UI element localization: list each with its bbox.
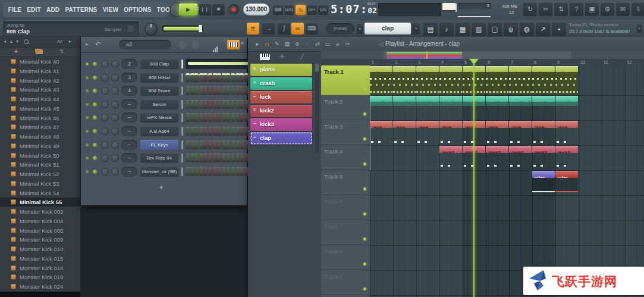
step-cell[interactable] [213, 86, 217, 95]
step-cell[interactable] [217, 113, 221, 122]
step-cell[interactable] [240, 127, 244, 136]
pan-knob[interactable] [101, 101, 109, 108]
mixer-icon[interactable]: ▥ [472, 22, 486, 36]
mixer-target-box[interactable]: -- [121, 126, 137, 136]
browser-item[interactable]: Minimal Kick 46 [0, 114, 80, 123]
channel-mini-slider[interactable] [181, 73, 183, 82]
channel-mute-led-icon[interactable] [93, 62, 97, 66]
browser-item[interactable]: Monster Kick 004 [0, 217, 80, 226]
plugin-icon[interactable]: ⚙ [601, 2, 614, 16]
pattern-item-crash[interactable]: ≡crash [250, 77, 312, 90]
channel-select-led-icon[interactable] [86, 116, 89, 119]
step-cell[interactable] [194, 167, 199, 176]
step-cell[interactable] [222, 127, 226, 136]
step-cell[interactable] [186, 167, 190, 176]
step-cell[interactable] [231, 100, 235, 109]
volume-knob[interactable] [111, 101, 119, 108]
step-cell[interactable] [208, 140, 212, 149]
channel-name-button[interactable]: Brx Ride 04 [140, 153, 178, 163]
menu-item-edit[interactable]: EDIT [24, 7, 44, 13]
typing-keyboard-icon[interactable]: ⌨ [273, 5, 283, 15]
clip-kick[interactable]: ≡kick [555, 121, 578, 145]
clip-kick[interactable]: ≡kick [370, 121, 392, 145]
misc-icon[interactable]: ▪ [552, 22, 566, 36]
plugin-picker-icon[interactable]: ψ [504, 22, 518, 36]
clip-kick2[interactable]: ≡kick2 [532, 146, 555, 168]
blend-notes-icon[interactable]: Ш+ [307, 5, 317, 15]
channel-mute-led-icon[interactable] [93, 115, 97, 120]
step-cell[interactable] [222, 100, 226, 109]
step-cell[interactable] [217, 127, 221, 136]
volume-knob[interactable] [111, 74, 119, 82]
mixer-target-box[interactable]: -- [121, 112, 137, 123]
track-mute-led-icon[interactable] [363, 162, 366, 165]
playlist-icon[interactable]: ▤ [423, 22, 438, 36]
step-cell[interactable] [194, 86, 199, 95]
step-cell[interactable] [194, 113, 199, 122]
browser-item[interactable]: Minimal Kick 47 [0, 123, 80, 132]
browser-up-icon[interactable]: ▴ [10, 39, 12, 44]
pattern-item-kick[interactable]: ≡kick [250, 91, 312, 104]
step-cell[interactable] [235, 100, 240, 109]
chat-icon[interactable]: ✉ [616, 2, 630, 16]
step-cell[interactable] [213, 140, 217, 149]
browser-filter-label[interactable]: All [57, 39, 62, 44]
browser-item[interactable]: Monster Kick 005 [0, 226, 80, 235]
step-cell[interactable] [203, 127, 208, 136]
browser-item[interactable]: Minimal Kick 42 [0, 76, 80, 85]
menu-item-patterns[interactable]: PATTERNS [62, 7, 100, 13]
clip-kick[interactable]: ≡kick [509, 121, 532, 145]
channel-mini-slider[interactable] [181, 113, 183, 122]
browser-item[interactable]: Minimal Kick 55 [0, 198, 80, 207]
step-cell[interactable] [199, 100, 203, 109]
track-header-1[interactable]: Track 1 [321, 65, 370, 95]
rack-undo-icon[interactable]: ↶ [95, 40, 100, 48]
clip-piano[interactable]: ≡piano [486, 66, 508, 95]
channel-select-led-icon[interactable] [86, 157, 89, 160]
step-cell[interactable] [186, 113, 190, 122]
step-cell[interactable] [231, 167, 235, 176]
download-icon[interactable]: ⇩ [632, 2, 644, 16]
step-cell[interactable] [222, 113, 226, 122]
pattern-item-kick2[interactable]: ≡kick2 [250, 105, 312, 117]
channel-name-button[interactable]: reFX Nexus [140, 112, 178, 123]
track-mute-led-icon[interactable] [363, 187, 366, 190]
channel-select-led-icon[interactable] [86, 103, 89, 106]
tempo-display[interactable]: 130.000 [243, 4, 269, 15]
step-cell[interactable] [194, 140, 199, 149]
channel-mute-led-icon[interactable] [93, 170, 97, 174]
step-cell[interactable] [190, 127, 194, 136]
step-cell[interactable] [222, 167, 226, 176]
step-cell[interactable] [194, 100, 199, 109]
stop-button[interactable]: ■ [212, 4, 225, 15]
pattern-item-kick3[interactable]: +kick3 [250, 118, 312, 131]
browser-item[interactable]: Minimal Kick 44 [0, 95, 80, 104]
browser-item[interactable]: Minimal Kick 53 [0, 179, 80, 188]
search-icon[interactable] [24, 39, 29, 44]
step-cell[interactable] [203, 140, 208, 149]
pattern-selector[interactable]: clap [365, 23, 411, 35]
channel-mute-led-icon[interactable] [93, 102, 97, 107]
pan-knob[interactable] [101, 60, 109, 68]
select-tool-icon[interactable]: ▭ [323, 39, 332, 49]
step-cell[interactable] [190, 100, 194, 109]
piano-roll-icon[interactable]: ♪ [439, 22, 454, 36]
clip-piano[interactable]: ≡piano [370, 66, 392, 95]
channel-name-button[interactable]: FL Keys [140, 140, 178, 150]
arrow-icon[interactable]: → [262, 23, 275, 35]
volume-knob[interactable] [111, 141, 119, 149]
mixer-target-box[interactable]: 2 [121, 59, 137, 69]
step-cell[interactable] [240, 86, 244, 95]
browser-item[interactable]: Monster Kick 002 [0, 207, 80, 216]
step-cell[interactable] [240, 113, 244, 122]
channel-mini-slider[interactable] [181, 127, 183, 136]
browser-item[interactable]: Monster Kick 010 [0, 245, 80, 254]
pattern-item-piano[interactable]: ≡piano [250, 64, 312, 76]
volume-knob[interactable] [111, 87, 119, 95]
channel-mini-slider[interactable] [181, 154, 183, 162]
step-cell[interactable] [199, 86, 203, 95]
step-cell[interactable] [213, 154, 217, 162]
clip-kick2[interactable]: ≡kick2 [486, 146, 508, 168]
pattern-spinner[interactable]: + [412, 23, 420, 35]
step-cell[interactable] [231, 113, 235, 122]
